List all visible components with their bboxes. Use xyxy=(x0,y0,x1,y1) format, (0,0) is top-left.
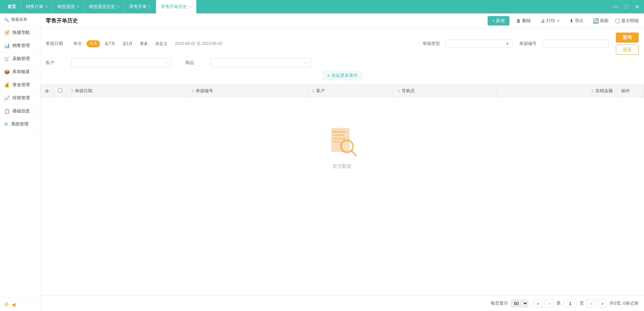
page-size-label: 每页显示 xyxy=(491,300,508,306)
window-controls: — □ ✕ xyxy=(611,3,641,11)
goods-dots-icon[interactable]: ··· xyxy=(304,60,308,66)
sidebar-item-system[interactable]: ⚙ 系统管理 xyxy=(0,118,40,131)
th-salesperson[interactable]: ⇅ 导购员 xyxy=(393,85,496,98)
sidebar-item-inventory[interactable]: 📦 库存核算 xyxy=(0,65,40,79)
doc-no-label: 单据编号 xyxy=(519,41,539,47)
quicknav-icon: 🧭 xyxy=(4,30,10,35)
close-window-icon[interactable]: ✕ xyxy=(633,3,641,11)
refresh-icon: 🔄 xyxy=(593,18,599,23)
goods-input[interactable]: ··· xyxy=(211,58,311,67)
display-detail-checkbox[interactable]: 显示明细 xyxy=(615,18,639,24)
minimize-icon[interactable]: — xyxy=(611,3,620,11)
last-page-button[interactable]: » xyxy=(598,299,607,308)
setting-button[interactable]: 设置 xyxy=(616,45,639,55)
close-icon[interactable]: × xyxy=(117,4,119,9)
refresh-button[interactable]: 🔄 刷新 xyxy=(590,16,611,25)
maximize-icon[interactable]: □ xyxy=(623,3,630,11)
date-options: 昨天 今天 近7天 近1月 更多 自定义 2023-06-02 至 2023-0… xyxy=(71,40,222,47)
toolbar-actions: + 新增 🗑 删除 🖨 打印 ▼ ⬆ 导出 🔄 刷新 xyxy=(488,16,639,25)
tab-retail-order[interactable]: 零售开单 × xyxy=(125,0,156,13)
query-button[interactable]: 查询 xyxy=(616,33,639,43)
svg-rect-2 xyxy=(333,135,344,136)
tab-return[interactable]: 销货退货 × xyxy=(53,0,84,13)
operations-icon: 📈 xyxy=(4,95,10,101)
page-suffix-label: 页 xyxy=(580,300,584,306)
doc-no-input[interactable] xyxy=(542,40,609,48)
tab-return-history[interactable]: 销货退货历史 × xyxy=(84,0,125,13)
table-body: 暂无数据 xyxy=(40,98,644,197)
th-gear[interactable]: ⚙ xyxy=(40,85,54,98)
page-number-input[interactable] xyxy=(563,300,577,307)
display-detail-input[interactable] xyxy=(615,19,620,23)
table-area: ⚙ ⇅ 单据日期 ⇅ 单据编号 xyxy=(40,85,644,295)
select-all-checkbox[interactable] xyxy=(58,88,62,93)
toolbar: 零售开单历史 + 新增 🗑 删除 🖨 打印 ▼ ⬆ 导出 🔄 xyxy=(40,13,644,29)
th-customer[interactable]: ⇅ 客户 xyxy=(308,85,393,98)
sidebar-item-label: 销售管理 xyxy=(12,43,30,49)
sidebar-search[interactable]: 🔍 搜索采单 xyxy=(0,13,40,26)
page-size-select[interactable]: 50 10 20 100 xyxy=(511,300,528,307)
select-arrow-icon: ▼ xyxy=(505,41,509,46)
data-table: ⚙ ⇅ 单据日期 ⇅ 单据编号 xyxy=(40,85,644,196)
sidebar-item-label: 采购管理 xyxy=(12,56,30,62)
print-icon: 🖨 xyxy=(540,18,545,23)
date-opt-more[interactable]: 更多 xyxy=(137,40,151,47)
th-checkbox[interactable] xyxy=(54,85,66,98)
sidebar-item-sales[interactable]: 📊 销售管理 xyxy=(0,39,40,52)
customer-input[interactable]: ··· xyxy=(71,58,172,67)
date-opt-1month[interactable]: 近1月 xyxy=(120,40,136,47)
date-opt-7days[interactable]: 近7天 xyxy=(102,40,118,47)
close-icon[interactable]: × xyxy=(45,4,48,9)
sidebar-item-operations[interactable]: 📈 经营管理 xyxy=(0,92,40,105)
pagination: 每页显示 50 10 20 100 « ‹ 第 页 › » 共0页, xyxy=(40,295,644,311)
tab-sales-order[interactable]: 销售订单 × xyxy=(21,0,53,13)
close-icon[interactable]: × xyxy=(149,4,151,9)
sidebar-item-label: 库存核算 xyxy=(12,69,30,75)
first-page-button[interactable]: « xyxy=(534,299,542,308)
delete-button[interactable]: 🗑 删除 xyxy=(513,16,534,25)
print-button[interactable]: 🖨 打印 ▼ xyxy=(538,16,563,25)
svg-rect-3 xyxy=(333,138,345,139)
date-opt-custom[interactable]: 自定义 xyxy=(153,40,170,47)
svg-point-6 xyxy=(343,142,351,150)
collapse-button[interactable]: ∧ 收起更多条件 xyxy=(323,71,362,80)
sidebar: 🔍 搜索采单 🧭 快捷导航 📊 销售管理 🛒 采购管理 📦 库存核算 💰 资金管… xyxy=(0,13,40,311)
collapse-icon[interactable]: ◀ xyxy=(11,301,15,308)
svg-rect-1 xyxy=(333,131,346,133)
th-amount[interactable]: ⇅ 实销金额 xyxy=(496,85,617,98)
gear-icon[interactable]: ⚙ xyxy=(45,89,49,94)
date-label: 单据日期 xyxy=(46,41,66,47)
doc-type-select[interactable]: ▼ xyxy=(445,40,512,48)
sort-icon: ⇅ xyxy=(312,89,315,93)
table-header-row: ⚙ ⇅ 单据日期 ⇅ 单据编号 xyxy=(40,85,644,98)
customer-dots-icon[interactable]: ··· xyxy=(164,60,169,66)
print-arrow-icon: ▼ xyxy=(556,19,560,23)
sidebar-item-finance[interactable]: 💰 资金管理 xyxy=(0,79,40,92)
basic-info-icon: 📋 xyxy=(4,108,10,114)
sort-icon: ⇅ xyxy=(191,89,194,93)
collapse-row: ∧ 收起更多条件 xyxy=(46,71,639,80)
close-icon[interactable]: × xyxy=(77,4,79,9)
svg-line-7 xyxy=(351,151,356,155)
close-icon[interactable]: × xyxy=(189,4,191,9)
sidebar-item-basic-info[interactable]: 📋 基础信息 xyxy=(0,105,40,118)
sidebar-item-quicknav[interactable]: 🧭 快捷导航 xyxy=(0,26,40,39)
goods-label: 商品 xyxy=(185,60,205,66)
add-button[interactable]: + 新增 xyxy=(488,16,509,25)
tab-retail-order-history[interactable]: 零售开单历史 × xyxy=(156,0,196,13)
tab-home[interactable]: 首页 xyxy=(3,0,21,13)
date-opt-yesterday[interactable]: 昨天 xyxy=(71,40,85,47)
next-page-button[interactable]: › xyxy=(587,299,595,308)
prev-page-button[interactable]: ‹ xyxy=(545,299,554,308)
inventory-icon: 📦 xyxy=(4,69,10,74)
empty-state: 暂无数据 xyxy=(40,98,644,196)
page-prefix-label: 第 xyxy=(556,300,561,306)
delete-icon: 🗑 xyxy=(516,18,521,23)
th-no[interactable]: ⇅ 单据编号 xyxy=(187,85,307,98)
settings-icon[interactable]: ⚙ xyxy=(4,301,9,308)
empty-icon xyxy=(325,124,359,158)
th-date[interactable]: ⇅ 单据日期 xyxy=(66,85,187,98)
sidebar-item-purchase[interactable]: 🛒 采购管理 xyxy=(0,52,40,65)
export-button[interactable]: ⬆ 导出 xyxy=(567,16,586,25)
date-opt-today[interactable]: 今天 xyxy=(87,40,100,47)
